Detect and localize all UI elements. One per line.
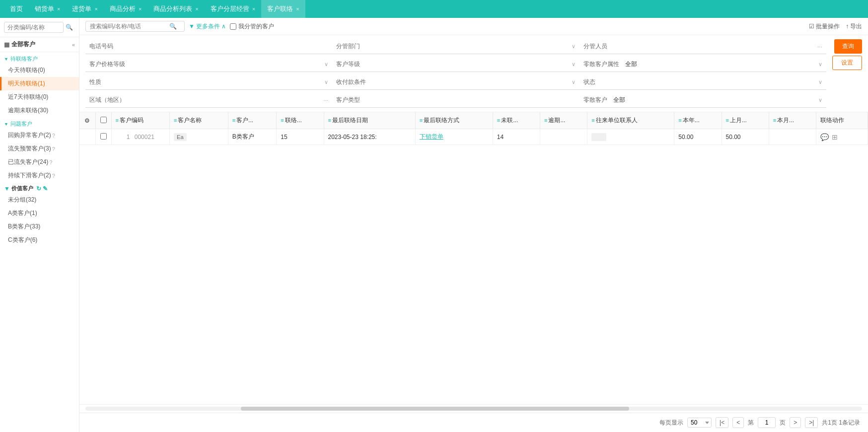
col-contacts: ≡联络... — [277, 112, 324, 129]
top-nav: 首页 销货单 × 进货单 × 商品分析 × 商品分析列表 × 客户分层经营 × … — [0, 0, 868, 18]
retail-customer-label: 零散客户 — [583, 96, 607, 104]
all-customers-label: 全部客户 — [11, 40, 35, 49]
sidebar-all-customers[interactable]: ▦ 全部客户 « — [0, 37, 79, 52]
col-contact-person: ≡往来单位联系人 — [587, 112, 674, 129]
sort-icon: ≡ — [232, 117, 235, 123]
nav-customer-contact[interactable]: 客户联络 × — [261, 0, 305, 18]
horizontal-scrollbar[interactable] — [85, 407, 862, 411]
sidebar-item-churn-warning[interactable]: 流失预警客户(3) ? — [0, 142, 79, 155]
sidebar-search-input[interactable] — [4, 22, 64, 33]
sidebar-item-class-a[interactable]: A类客户(1) — [0, 207, 79, 220]
close-icon[interactable]: × — [195, 6, 198, 12]
dept-label: 分管部门 — [336, 42, 360, 51]
batch-op-button[interactable]: ☑ 批量操作 — [809, 22, 840, 31]
help-icon: ? — [52, 173, 55, 179]
sidebar-item-overdue[interactable]: 逾期未联络(30) — [0, 104, 79, 117]
ellipsis-icon: ··· — [323, 97, 328, 104]
filter-nature[interactable]: 性质 ∨ — [85, 75, 332, 90]
close-icon[interactable]: × — [296, 6, 299, 12]
help-icon: ? — [49, 159, 52, 165]
next-page-button[interactable]: > — [790, 417, 801, 428]
comment-icon[interactable]: 💬 — [820, 133, 829, 141]
refresh-icon[interactable]: ↻ — [36, 185, 41, 192]
search-input[interactable] — [90, 23, 169, 30]
search-icon[interactable]: 🔍 — [169, 23, 177, 30]
per-page-select[interactable]: 50 100 200 — [687, 418, 712, 428]
nav-product-analysis[interactable]: 商品分析 × — [104, 0, 147, 18]
filter-status[interactable]: 状态 ∨ — [579, 75, 826, 90]
filter-customer-type[interactable]: 客户类型 — [332, 93, 579, 108]
first-page-button[interactable]: |< — [716, 417, 728, 428]
sidebar-item-repurchase-abnormal[interactable]: 回购异常客户(2) ? — [0, 129, 79, 142]
sidebar-item-declining[interactable]: 持续下滑客户(2) ? — [0, 169, 79, 182]
nav-home[interactable]: 首页 — [4, 0, 29, 18]
scrollbar-thumb[interactable] — [241, 407, 629, 411]
customer-level-label: 客户等级 — [336, 60, 360, 69]
filter-price-level[interactable]: 客户价格等级 ∨ — [85, 57, 332, 72]
edit-icon[interactable]: ✎ — [43, 185, 48, 192]
settings-button[interactable]: 设置 — [832, 56, 862, 70]
more-conditions-button[interactable]: ▼ 更多条件 ∧ — [189, 22, 226, 31]
sidebar: 🔍 ▦ 全部客户 « 待联络客户 今天待联络(0) 明天待联络(1) 近7天待联… — [0, 18, 79, 432]
checkbox-icon: ☑ — [809, 23, 814, 30]
sidebar-item-today[interactable]: 今天待联络(0) — [0, 64, 79, 77]
sort-icon: ≡ — [328, 117, 331, 123]
filter-person[interactable]: 分管人员 ··· — [579, 39, 826, 54]
chevron-down-icon: ∨ — [818, 97, 822, 103]
last-method-link[interactable]: 下销货单 — [420, 133, 443, 140]
my-customers-checkbox[interactable] — [230, 23, 236, 30]
my-customers-toggle[interactable]: 我分管的客户 — [230, 22, 274, 31]
sidebar-item-7days[interactable]: 近7天待联络(0) — [0, 90, 79, 104]
filter-row-4: 区域（地区） ··· 客户类型 零散客户 全部 ∨ — [85, 93, 826, 108]
ellipsis-icon: ··· — [817, 43, 822, 50]
retail-attr-value: 全部 — [625, 60, 637, 69]
nav-sales-order[interactable]: 销货单 × — [29, 0, 66, 18]
customer-table: ⚙ ≡客户编码 ≡客户名称 ≡客户... ≡联络... ≡最后联络日期 ≡最后联… — [79, 112, 868, 145]
sidebar-item-unclassified[interactable]: 未分组(32) — [0, 193, 79, 207]
sidebar-item-tomorrow[interactable]: 明天待联络(1) — [0, 77, 79, 90]
filter-region[interactable]: 区域（地区） ··· — [85, 93, 332, 108]
nav-product-analysis-list[interactable]: 商品分析列表 × — [147, 0, 204, 18]
sort-icon: ≡ — [497, 117, 500, 123]
nav-customer-stratification[interactable]: 客户分层经营 × — [205, 0, 261, 18]
export-icon: ↑ — [846, 23, 849, 30]
last-page-button[interactable]: >| — [805, 417, 818, 428]
chevron-icon: ∧ — [221, 23, 226, 30]
close-icon[interactable]: × — [57, 6, 60, 12]
sidebar-group-problem: 问题客户 — [0, 117, 79, 129]
content-area: 🔍 ▼ 更多条件 ∧ 我分管的客户 ☑ 批量操作 ↑ 导出 — [79, 18, 868, 432]
qrcode-icon[interactable]: ⊞ — [832, 133, 838, 141]
filter-retail-attr[interactable]: 零散客户属性 全部 ∨ — [579, 57, 826, 72]
filter-customer-level[interactable]: 客户等级 ∨ — [332, 57, 579, 72]
close-icon[interactable]: × — [139, 6, 142, 12]
filter-payment[interactable]: 收付款条件 ∨ — [332, 75, 579, 90]
nav-purchase-order[interactable]: 进货单 × — [66, 0, 103, 18]
phone-label: 电话号码 — [89, 42, 113, 51]
prev-page-button[interactable]: < — [732, 417, 744, 428]
sidebar-item-churned[interactable]: 已流失客户(24) ? — [0, 155, 79, 169]
query-button[interactable]: 查询 — [834, 39, 862, 54]
filter-dept[interactable]: 分管部门 ∨ — [332, 39, 579, 54]
page-input[interactable] — [758, 417, 776, 428]
col-gear[interactable]: ⚙ — [79, 112, 95, 129]
sidebar-item-class-b[interactable]: B类客户(33) — [0, 220, 79, 233]
chevron-down-icon: ∨ — [572, 43, 576, 50]
filter-right-actions: 查询 设置 — [830, 39, 862, 108]
export-button[interactable]: ↑ 导出 — [846, 22, 862, 31]
close-icon[interactable]: × — [94, 6, 97, 12]
select-all-checkbox[interactable] — [100, 117, 107, 123]
row-checkbox[interactable] — [100, 133, 107, 140]
chevron-down-icon: ∨ — [324, 61, 328, 68]
filter-retail-customer[interactable]: 零散客户 全部 ∨ — [579, 93, 826, 108]
col-checkbox[interactable] — [95, 112, 111, 129]
filter-phone: 电话号码 — [85, 39, 332, 54]
col-overdue: ≡逾期... — [540, 112, 587, 129]
row-last-method[interactable]: 下销货单 — [415, 129, 493, 145]
search-icon[interactable]: 🔍 — [66, 24, 73, 31]
chevron-down-icon: ∨ — [572, 79, 576, 85]
sidebar-item-class-c[interactable]: C类客户(6) — [0, 233, 79, 247]
collapse-icon[interactable]: « — [72, 42, 75, 48]
close-icon[interactable]: × — [252, 6, 255, 12]
advanced-filter: 电话号码 分管部门 ∨ 分管人员 ··· — [79, 35, 868, 112]
row-checkbox-cell[interactable] — [95, 129, 111, 145]
